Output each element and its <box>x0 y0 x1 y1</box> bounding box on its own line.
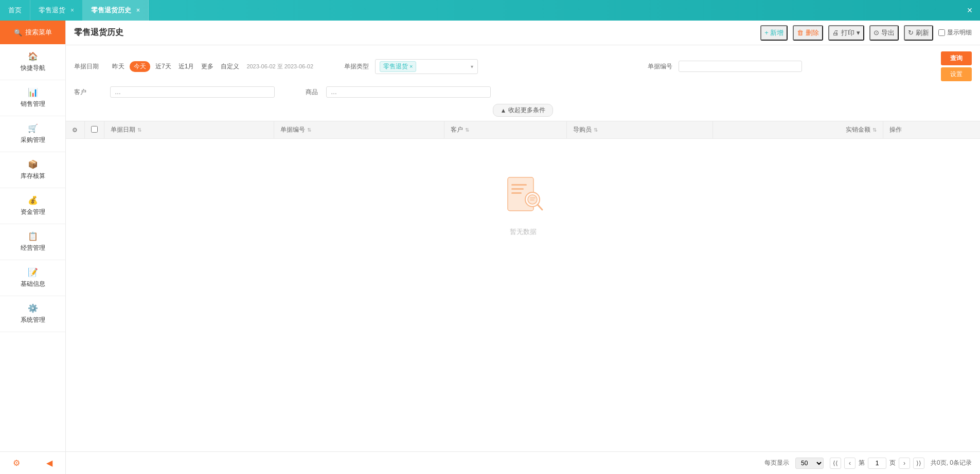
next-page-button[interactable]: › <box>899 458 910 469</box>
svg-rect-1 <box>511 184 527 186</box>
tab-retail-return-history[interactable]: 零售退货历史 × <box>83 0 149 21</box>
sort-guide-icon[interactable]: ⇅ <box>594 127 598 133</box>
sidebar-item-operation[interactable]: 📋 经营管理 <box>0 224 65 260</box>
pagination: ⟨⟨ ‹ 第 页 › ⟩⟩ <box>830 458 924 469</box>
type-select-box[interactable]: 零售退货 × ▾ <box>375 59 478 74</box>
date-option-today[interactable]: 今天 <box>130 61 150 72</box>
content-area: 零售退货历史 + 新增 🗑 删除 🖨 打印 ▾ ⊙ 导出 ↻ 刷新 <box>66 21 980 474</box>
page-label: 第 <box>859 459 865 467</box>
sidebar-item-quick-nav[interactable]: 🏠 快捷导航 <box>0 44 65 80</box>
filter-goods-section: 商品 <box>306 86 972 98</box>
filter-row-2: 客户 商品 <box>74 86 972 98</box>
sort-customer-icon[interactable]: ⇅ <box>465 127 469 133</box>
customer-input[interactable] <box>110 86 275 98</box>
sort-date-icon[interactable]: ⇅ <box>137 127 141 133</box>
th-customer: 客户 ⇅ <box>444 121 566 139</box>
tab-retail-return-close[interactable]: × <box>70 7 74 14</box>
type-filter-label: 单据类型 <box>344 62 375 71</box>
date-option-more[interactable]: 更多 <box>199 61 216 72</box>
sidebar-item-label: 库存核算 <box>21 172 45 180</box>
collapse-button[interactable]: ▲ 收起更多条件 <box>493 104 554 117</box>
sidebar-item-purchase[interactable]: 🛒 采购管理 <box>0 116 65 152</box>
delete-button[interactable]: 🗑 删除 <box>793 25 823 41</box>
purchase-icon: 🛒 <box>28 123 38 133</box>
th-actions-label: 操作 <box>889 126 902 133</box>
query-button[interactable]: 查询 <box>941 51 972 65</box>
sidebar-item-system[interactable]: ⚙️ 系统管理 <box>0 296 65 332</box>
display-detail-label: 显示明细 <box>947 28 972 37</box>
filter-type-section: 单据类型 零售退货 × ▾ <box>344 59 627 74</box>
filter-voucher-section: 单据编号 <box>648 61 931 72</box>
sidebar-item-label: 经营管理 <box>21 244 45 252</box>
th-amount-label: 实销金额 <box>846 125 870 134</box>
th-date: 单据日期 ⇅ <box>104 121 274 139</box>
sidebar-item-inventory[interactable]: 📦 库存核算 <box>0 152 65 188</box>
export-button[interactable]: ⊙ 导出 <box>869 25 899 41</box>
per-page-select[interactable]: 50 10 20 100 <box>795 458 824 469</box>
sidebar-bottom: ⚙ ◀ <box>0 451 65 474</box>
prev-page-button[interactable]: ‹ <box>844 458 856 469</box>
goods-input[interactable] <box>326 86 491 98</box>
th-settings[interactable]: ⚙ <box>66 121 84 139</box>
first-page-button[interactable]: ⟨⟨ <box>830 458 841 469</box>
display-detail-checkbox[interactable] <box>938 29 945 36</box>
print-label: 打印 <box>841 28 854 38</box>
tab-home[interactable]: 首页 <box>0 0 30 21</box>
settings-icon-bottom[interactable]: ⚙ <box>13 458 20 468</box>
th-checkbox[interactable] <box>84 121 104 139</box>
date-filter-label: 单据日期 <box>74 62 110 71</box>
per-page-label: 每页显示 <box>764 459 789 467</box>
filter-row-1: 单据日期 昨天 今天 近7天 近1月 更多 自定义 2023-06-02 至 2… <box>74 51 972 81</box>
refresh-label: 刷新 <box>916 28 929 38</box>
sidebar-item-label: 销售管理 <box>21 100 45 108</box>
sidebar-item-basic-info[interactable]: 📝 基础信息 <box>0 260 65 296</box>
tab-home-label: 首页 <box>8 6 22 15</box>
page-input[interactable] <box>868 458 886 469</box>
th-amount: 实销金额 ⇅ <box>712 121 883 139</box>
svg-rect-3 <box>511 192 522 194</box>
date-option-1month[interactable]: 近1月 <box>176 61 197 72</box>
system-icon: ⚙️ <box>28 303 38 313</box>
filter-area: 单据日期 昨天 今天 近7天 近1月 更多 自定义 2023-06-02 至 2… <box>66 45 980 121</box>
page-header: 零售退货历史 + 新增 🗑 删除 🖨 打印 ▾ ⊙ 导出 ↻ 刷新 <box>66 21 980 45</box>
inventory-icon: 📦 <box>28 159 38 169</box>
collapse-more-section: ▲ 收起更多条件 <box>74 102 972 121</box>
toggle-sidebar-icon[interactable]: ◀ <box>46 458 52 468</box>
table-footer: 每页显示 50 10 20 100 ⟨⟨ ‹ 第 页 › ⟩⟩ 共0页, 0条记… <box>66 451 980 474</box>
window-close-button[interactable]: × <box>959 0 980 21</box>
date-option-yesterday[interactable]: 昨天 <box>110 61 127 72</box>
sidebar-item-sales[interactable]: 📊 销售管理 <box>0 80 65 116</box>
filter-settings-button[interactable]: 设置 <box>941 67 972 81</box>
search-icon: 🔍 <box>14 29 22 37</box>
refresh-button[interactable]: ↻ 刷新 <box>904 25 933 41</box>
new-button[interactable]: + 新增 <box>760 25 788 41</box>
sort-amount-icon[interactable]: ⇅ <box>872 127 877 133</box>
export-label: 导出 <box>881 28 895 38</box>
sidebar-search-button[interactable]: 🔍 搜索菜单 <box>0 21 65 44</box>
voucher-input[interactable] <box>679 61 802 72</box>
sidebar-item-label: 系统管理 <box>21 316 45 324</box>
type-tag-label: 零售退货 <box>383 62 408 71</box>
finance-icon: 💰 <box>28 195 38 205</box>
select-all-checkbox[interactable] <box>91 126 98 133</box>
type-tag-close[interactable]: × <box>409 63 413 69</box>
print-button[interactable]: 🖨 打印 ▾ <box>828 25 864 41</box>
date-option-7days[interactable]: 近7天 <box>153 61 173 72</box>
empty-illustration <box>497 170 549 221</box>
sort-voucher-icon[interactable]: ⇅ <box>307 127 311 133</box>
goods-filter-label: 商品 <box>306 88 326 97</box>
top-bar: 首页 零售退货 × 零售退货历史 × × <box>0 0 980 21</box>
tab-retail-return[interactable]: 零售退货 × <box>30 0 83 21</box>
last-page-button[interactable]: ⟩⟩ <box>913 458 924 469</box>
main-layout: 🔍 搜索菜单 🏠 快捷导航 📊 销售管理 🛒 采购管理 📦 库存核算 💰 <box>0 21 980 474</box>
date-option-custom[interactable]: 自定义 <box>219 61 241 72</box>
display-detail-toggle[interactable]: 显示明细 <box>938 28 972 37</box>
sidebar-item-label: 基础信息 <box>21 280 45 288</box>
sidebar-item-finance[interactable]: 💰 资金管理 <box>0 188 65 224</box>
th-guide: 导购员 ⇅ <box>566 121 712 139</box>
empty-text: 暂无数据 <box>510 227 537 236</box>
export-icon: ⊙ <box>874 29 879 37</box>
sidebar-item-label: 快捷导航 <box>21 64 45 72</box>
th-actions: 操作 <box>883 121 980 139</box>
tab-retail-return-history-close[interactable]: × <box>136 7 140 14</box>
